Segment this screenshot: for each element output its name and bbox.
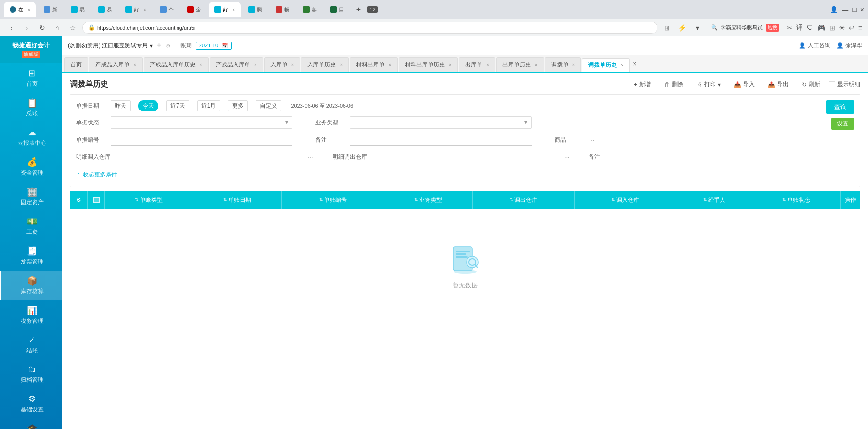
browser-tab-9[interactable]: 腾: [243, 2, 268, 17]
sidebar-item-invoice[interactable]: 🧾 发票管理: [0, 241, 62, 271]
dropdown-button[interactable]: ▾: [692, 22, 703, 33]
user-avatar[interactable]: 👤 徐泽华: [836, 42, 862, 50]
sidebar-item-ledger[interactable]: 📋 总账: [0, 93, 62, 122]
display-checkbox[interactable]: [829, 81, 835, 88]
date-today[interactable]: 今天: [138, 100, 158, 111]
sidebar-item-funds[interactable]: 💰 资金管理: [0, 152, 62, 182]
tab-close-8[interactable]: ×: [486, 62, 489, 67]
tab-bar-close-icon[interactable]: ×: [633, 60, 636, 67]
performance-button[interactable]: ⚡: [677, 22, 688, 33]
browser-tab-8-active[interactable]: 好 ×: [209, 2, 241, 17]
tab-close-9[interactable]: ×: [535, 62, 538, 67]
browser-tab-2[interactable]: 新: [38, 2, 63, 17]
period-selector[interactable]: 2021-10 📅: [196, 42, 232, 50]
sidebar-item-tax[interactable]: 📊 税务管理: [0, 300, 62, 330]
tab-close-7[interactable]: ×: [449, 62, 452, 67]
page-tab-8[interactable]: 出库单 ×: [459, 57, 495, 72]
detail-in-input[interactable]: [118, 151, 300, 163]
sidebar-item-inventory[interactable]: 📦 库存核算: [0, 271, 62, 300]
goods-dots-button[interactable]: ···: [589, 136, 595, 143]
status-select[interactable]: ▾: [111, 116, 292, 129]
tab-close-icon-8[interactable]: ×: [232, 7, 235, 12]
th-out-warehouse[interactable]: ⇅ 调出仓库: [473, 191, 575, 209]
sidebar-item-home[interactable]: ⊞ 首页: [0, 63, 62, 93]
th-checkbox[interactable]: [88, 191, 105, 209]
tab-close-icon[interactable]: ×: [27, 7, 30, 12]
browser-tab-7[interactable]: 企: [181, 2, 207, 17]
type-select[interactable]: ▾: [350, 116, 532, 129]
th-doc-no[interactable]: ⇅ 单账编号: [282, 191, 384, 209]
collapse-button[interactable]: ⌃ 收起更多条件: [76, 171, 854, 179]
date-more[interactable]: 更多: [228, 100, 248, 111]
page-tab-10[interactable]: 调拨单 ×: [545, 57, 581, 72]
detail-out-input[interactable]: [375, 151, 556, 163]
docno-input[interactable]: [111, 133, 292, 146]
sidebar-item-guide[interactable]: 🎓 新手引导: [0, 418, 62, 429]
grid-icon[interactable]: ⊞: [829, 24, 835, 32]
tab-close-5[interactable]: ×: [340, 62, 343, 67]
th-status[interactable]: ⇅ 单账状态: [752, 191, 841, 209]
browser-tab-5[interactable]: 好 ×: [120, 2, 152, 17]
refresh-button[interactable]: ↻ 刷新: [797, 78, 825, 90]
browser-tab-6[interactable]: 个: [154, 2, 179, 17]
page-tab-7[interactable]: 材料出库单历史 ×: [399, 57, 458, 72]
sidebar-item-reports[interactable]: ☁ 云报表中心: [0, 122, 62, 152]
sidebar-item-assets[interactable]: 🏢 固定资产: [0, 182, 62, 211]
th-handler[interactable]: ⇅ 经手人: [677, 191, 752, 209]
browser-tab-3[interactable]: 易: [65, 2, 90, 17]
page-tab-6[interactable]: 材料出库单 ×: [350, 57, 398, 72]
date-7days[interactable]: 近7天: [166, 100, 189, 111]
date-yesterday[interactable]: 昨天: [111, 100, 131, 111]
refresh-button[interactable]: ↻: [36, 22, 48, 33]
th-gear[interactable]: ⚙: [70, 191, 88, 209]
date-1month[interactable]: 近1月: [197, 100, 221, 111]
minimize-button[interactable]: —: [842, 6, 848, 13]
tab-close-11[interactable]: ×: [621, 63, 623, 68]
sidebar-item-close[interactable]: ✓ 结账: [0, 330, 62, 360]
forward-button[interactable]: ›: [21, 22, 33, 33]
browser-tab-11[interactable]: 各: [297, 2, 323, 17]
remark-input[interactable]: [350, 133, 532, 146]
search-bar[interactable]: 🔍 学霸应聘场驱鸟员 热搜: [711, 24, 779, 32]
tab-close-1[interactable]: ×: [134, 62, 136, 67]
tab-close-2[interactable]: ×: [200, 62, 202, 67]
detail-in-dots[interactable]: ···: [308, 153, 313, 161]
page-tab-home[interactable]: 首页: [64, 57, 88, 72]
browser-tab-1[interactable]: 在 ×: [4, 2, 36, 17]
setting-button[interactable]: 设置: [831, 118, 854, 130]
import-button[interactable]: 📥 导入: [729, 78, 759, 90]
extensions-button[interactable]: ⊞: [661, 22, 673, 33]
export-button[interactable]: 📤 导出: [763, 78, 793, 90]
th-doc-date[interactable]: ⇅ 单账日期: [193, 191, 282, 209]
browser-tab-10[interactable]: 畅: [270, 2, 295, 17]
sidebar-item-settings[interactable]: ⚙ 基础设置: [0, 389, 62, 418]
game-icon[interactable]: 🎮: [817, 24, 825, 32]
page-tab-11-active[interactable]: 调拨单历史 ×: [582, 58, 630, 73]
page-tab-5[interactable]: 入库单历史 ×: [301, 57, 349, 72]
page-tab-4[interactable]: 入库单 ×: [264, 57, 300, 72]
menu-icon[interactable]: ≡: [858, 24, 862, 32]
browser-tab-4[interactable]: 易: [92, 2, 118, 17]
date-custom[interactable]: 自定义: [256, 100, 281, 111]
delete-button[interactable]: 🗑 删除: [659, 78, 688, 90]
new-tab-button[interactable]: +: [352, 3, 365, 16]
company-selector[interactable]: (勿删勿禁用) 江西服宝测试专用 ▾: [68, 42, 153, 50]
scissors-icon[interactable]: ✂: [787, 24, 792, 32]
print-button[interactable]: 🖨 打印 ▾: [692, 78, 725, 90]
tab-close-3[interactable]: ×: [254, 62, 257, 67]
service-icon[interactable]: 👤 人工咨询: [799, 42, 830, 50]
th-in-warehouse[interactable]: ⇅ 调入仓库: [575, 191, 677, 209]
close-button[interactable]: ×: [860, 6, 864, 13]
back-button[interactable]: ‹: [6, 22, 17, 33]
tab-close-10[interactable]: ×: [572, 62, 575, 67]
shield-icon[interactable]: 🛡: [807, 24, 813, 32]
browser-tab-12[interactable]: 目: [324, 2, 350, 17]
translate-icon[interactable]: 译: [796, 23, 803, 32]
th-doc-type[interactable]: ⇅ 单账类型: [105, 191, 193, 209]
tab-close-4[interactable]: ×: [291, 62, 294, 67]
page-tab-9[interactable]: 出库单历史 ×: [496, 57, 544, 72]
add-button[interactable]: +: [156, 41, 162, 51]
brightness-icon[interactable]: ☀: [839, 24, 845, 32]
tab-close-icon-5[interactable]: ×: [143, 7, 146, 12]
query-button[interactable]: 查询: [826, 100, 854, 114]
